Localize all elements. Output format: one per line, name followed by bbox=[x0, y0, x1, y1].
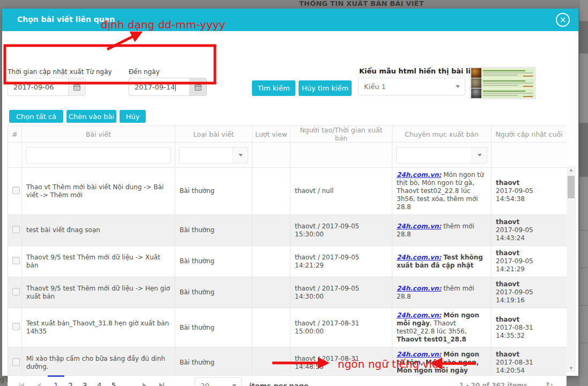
views-cell bbox=[252, 308, 291, 347]
source-link[interactable]: 24h.com.vn: bbox=[397, 171, 441, 179]
cancel-search-button[interactable]: Hủy tìm kiếm bbox=[299, 80, 352, 96]
article-type-cell: Bài thường bbox=[175, 215, 252, 246]
title-filter-input[interactable] bbox=[26, 147, 171, 164]
source-link[interactable]: 24h.com.vn: bbox=[397, 351, 441, 358]
text-cursor bbox=[175, 83, 176, 91]
creator-cell: thaovt / 2017-08-31 15:00:00 bbox=[291, 308, 392, 347]
table-header-row: #Bài viếtLoại bài viếtLượt viewNgười tạo… bbox=[8, 126, 567, 143]
source-link[interactable]: 24h.com.vn: bbox=[397, 311, 441, 319]
row-checkbox[interactable] bbox=[12, 257, 20, 264]
scroll-down-icon[interactable]: ▼ bbox=[570, 365, 572, 372]
row-checkbox[interactable] bbox=[12, 226, 20, 233]
column-header[interactable]: Loại bài viết bbox=[175, 126, 252, 143]
to-date-input[interactable]: 2017-09-14 bbox=[129, 78, 207, 96]
related-articles-preview-thumbnail bbox=[471, 68, 535, 99]
views-cell bbox=[252, 246, 291, 277]
category-cell: 24h.com.vn: thêm mới 28.8 bbox=[392, 277, 492, 308]
article-title-cell: Mì xào thập cẩm cho bữa sáng đầy đủ dinh… bbox=[22, 347, 175, 376]
category-cell: 24h.com.vn: Món ngon mỗi ngày, Thaovt te… bbox=[392, 308, 492, 347]
search-button[interactable]: Tìm kiếm bbox=[252, 80, 295, 96]
page-button[interactable]: 5 bbox=[108, 381, 120, 386]
insert-into-article-button[interactable]: Chèn vào bài bbox=[66, 110, 116, 123]
updater-name: thaovt bbox=[496, 179, 562, 187]
category-cell: 24h.com.vn: Món ngon từ tôm, Món xào ngo… bbox=[392, 347, 492, 376]
updater-name: thaovt bbox=[496, 351, 562, 359]
table-row[interactable]: Test xuất bản_Thaovt_31.8 hẹn giờ xuất b… bbox=[8, 308, 567, 347]
from-date-input[interactable]: 2017-09-06 bbox=[8, 78, 86, 96]
article-table-body: Thao vt Thêm mới bài viết Nội dung -> Bà… bbox=[8, 168, 567, 376]
article-title-cell: Thaovt 9/5 test Thêm mới dữ liệu -> Hẹn … bbox=[22, 277, 175, 308]
table-row[interactable]: Thao vt Thêm mới bài viết Nội dung -> Bà… bbox=[8, 168, 567, 215]
row-checkbox[interactable] bbox=[12, 187, 20, 194]
article-type-cell: Bài thường bbox=[175, 277, 252, 308]
column-header[interactable]: Lượt view bbox=[252, 126, 291, 143]
cancel-button[interactable]: Hủy bbox=[120, 110, 146, 123]
table-row[interactable]: Mì xào thập cẩm cho bữa sáng đầy đủ dinh… bbox=[8, 347, 567, 376]
column-header[interactable]: Bài viết bbox=[22, 126, 175, 143]
column-header[interactable]: Chuyên mục xuất bản bbox=[392, 126, 492, 143]
screen: THÔNG TIN XUẤT BẢN BÀI VIẾT g D11, D12, … bbox=[0, 0, 588, 386]
category-cell: 24h.com.vn: thêm mới 28.8 bbox=[392, 215, 492, 246]
previous-page-button[interactable] bbox=[32, 378, 46, 386]
column-header[interactable]: # bbox=[8, 126, 22, 143]
type-filter-select[interactable] bbox=[179, 147, 248, 164]
calendar-icon[interactable] bbox=[189, 78, 206, 95]
next-page-button[interactable] bbox=[138, 378, 152, 386]
updated-time: 2017-08-31 14:35:32 bbox=[496, 324, 562, 340]
template-style-value: Kiểu 1 bbox=[359, 83, 451, 91]
row-checkbox[interactable] bbox=[12, 358, 20, 366]
page-size-select[interactable]: 20 bbox=[195, 377, 242, 386]
pager-pages: 12345... bbox=[49, 378, 172, 386]
views-cell bbox=[252, 277, 291, 308]
table-scrollbar[interactable]: ▲ ▼ bbox=[567, 166, 576, 372]
row-checkbox[interactable] bbox=[12, 288, 20, 295]
table-row[interactable]: Thaovt 9/5 test Thêm mới dữ liệu -> Hẹn … bbox=[8, 277, 567, 308]
first-page-button[interactable] bbox=[14, 378, 28, 386]
updated-time: 2017-09-05 14:43:24 bbox=[496, 226, 562, 242]
scroll-up-icon[interactable]: ▲ bbox=[570, 166, 572, 174]
article-type-cell: Bài thường bbox=[175, 308, 252, 347]
chevron-down-icon[interactable] bbox=[472, 147, 487, 163]
table-row[interactable]: test bài viết đnag soạnBài thườngthaovt … bbox=[8, 215, 567, 246]
creator-cell: thaovt / 2017-09-05 14:21:29 bbox=[291, 246, 392, 277]
source-link[interactable]: 24h.com.vn: bbox=[397, 254, 441, 261]
last-updater-cell: thaovt2017-09-05 14:54:38 bbox=[492, 168, 567, 215]
to-date-value[interactable]: 2017-09-14 bbox=[129, 83, 189, 91]
table-filter-row bbox=[8, 143, 567, 168]
column-header[interactable]: Người tạo/Thời gian xuất bản bbox=[291, 126, 392, 143]
creator-cell: thaovt / 2017-09-05 14:30:00 bbox=[291, 277, 392, 308]
from-date-value[interactable]: 2017-09-06 bbox=[8, 83, 68, 91]
background-page-title: THÔNG TIN XUẤT BẢN BÀI VIẾT bbox=[299, 0, 424, 8]
chevron-down-icon[interactable] bbox=[227, 384, 241, 386]
category-filter-select[interactable] bbox=[396, 147, 487, 164]
page-button[interactable]: 4 bbox=[94, 381, 105, 386]
page-button[interactable]: 1 bbox=[50, 381, 62, 386]
select-all-button[interactable]: Chọn tất cả bbox=[9, 110, 63, 123]
pager-ellipsis: ... bbox=[123, 381, 136, 386]
table-row[interactable]: Thaovt 9/5 test Thêm mới dữ liệu -> Xuất… bbox=[8, 246, 567, 277]
article-type-cell: Bài thường bbox=[175, 347, 252, 376]
updated-time: 2017-09-05 14:54:38 bbox=[496, 187, 562, 203]
chevron-down-icon[interactable] bbox=[451, 85, 465, 88]
column-header[interactable]: Người cập nhật cuối bbox=[492, 126, 567, 143]
last-page-button[interactable] bbox=[155, 378, 169, 386]
article-title-cell: Thaovt 9/5 test Thêm mới dữ liệu -> Xuất… bbox=[22, 246, 175, 277]
calendar-icon[interactable] bbox=[68, 78, 85, 95]
updater-name: thaovt bbox=[496, 280, 562, 288]
page-size-value: 20 bbox=[195, 382, 227, 386]
source-link[interactable]: 24h.com.vn: bbox=[397, 285, 441, 292]
last-updater-cell: thaovt2017-09-05 14:19:16 bbox=[492, 277, 567, 308]
updater-name: thaovt bbox=[496, 218, 562, 226]
page-button[interactable]: 2 bbox=[65, 381, 76, 386]
source-link[interactable]: 24h.com.vn: bbox=[397, 222, 441, 230]
chevron-down-icon[interactable] bbox=[233, 147, 248, 163]
template-style-select[interactable]: Kiểu 1 bbox=[358, 78, 465, 95]
close-icon[interactable]: × bbox=[556, 13, 570, 27]
scrollbar-thumb[interactable] bbox=[568, 176, 575, 198]
creator-cell: thaovt / null bbox=[291, 168, 392, 215]
creator-cell: thaovt / 2017-09-05 15:30:00 bbox=[291, 215, 392, 246]
row-checkbox[interactable] bbox=[12, 323, 20, 330]
refresh-icon[interactable]: ↻ bbox=[546, 380, 553, 386]
page-button[interactable]: 3 bbox=[79, 381, 91, 386]
last-updater-cell: thaovt2017-09-05 14:43:24 bbox=[492, 215, 567, 246]
